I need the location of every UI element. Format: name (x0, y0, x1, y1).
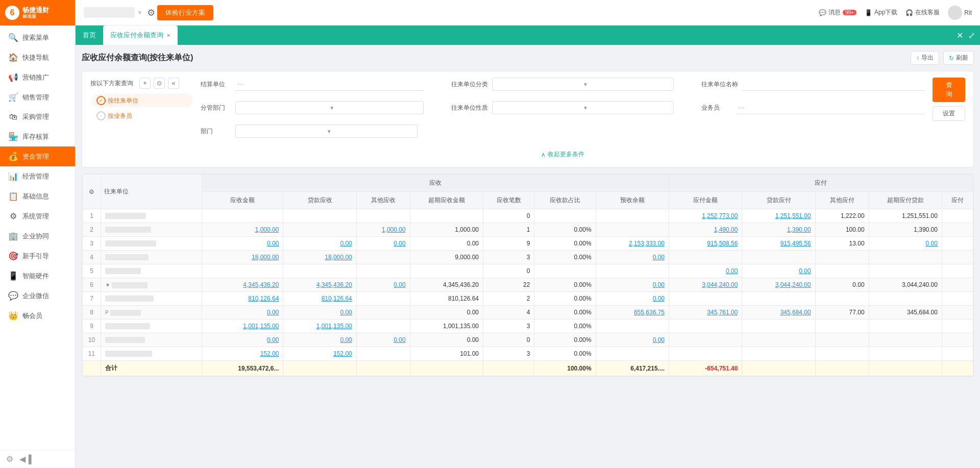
td-other-pay: 1,222.00 (815, 209, 869, 223)
settlement-input[interactable]: ··· (235, 78, 424, 91)
td-overdue-pay (869, 319, 942, 333)
tab-close-window-icon[interactable]: ✕ (957, 31, 963, 40)
tab-home[interactable]: 首页 (76, 26, 103, 45)
user-name: Rit (964, 9, 972, 16)
td-recv-ratio (534, 209, 596, 223)
sidebar-item-label: 库存核算 (22, 132, 49, 141)
header-right: 💬 消息 99+ 📱 App下载 🎧 在线客服 Rit (819, 6, 972, 20)
settings-footer-icon[interactable]: ⚙ (6, 454, 13, 464)
td-recv-ratio: 0.00% (534, 251, 596, 264)
promo-button[interactable]: 体验行业方案 (157, 5, 213, 20)
sidebar-item-enterprise[interactable]: 🏢 企业协同 (0, 226, 75, 246)
partner-name-field[interactable] (744, 81, 922, 88)
tab-arquery[interactable]: 应收应付余额查询 ✕ (103, 26, 178, 45)
td-other-pay: 13.00 (815, 237, 869, 251)
salesperson-input[interactable]: ··· (736, 101, 924, 114)
filter-scheme-by-salesperson[interactable]: ○ 按业务员 (92, 109, 192, 122)
filter-scheme-by-partner[interactable]: ✓ 按往来单位 (92, 94, 192, 107)
td-other-recv (356, 319, 410, 333)
td-pay (942, 209, 973, 223)
tfoot-loan-pay (742, 361, 815, 376)
collapse-filter-btn[interactable]: ∧ 收起更多条件 (541, 150, 584, 159)
sidebar-item-label: 企业微信 (22, 291, 49, 301)
td-seq: 4 (83, 251, 101, 264)
td-prepay-bal: 0.00 (596, 333, 669, 347)
app-download-item[interactable]: 📱 App下载 (865, 8, 897, 17)
salesperson-dots[interactable]: ··· (738, 104, 745, 111)
td-prepay-bal (596, 223, 669, 237)
td-pay-amt: 1,252,773.00 (669, 209, 742, 223)
sidebar-item-purchase[interactable]: 🛍 采购管理 (0, 107, 75, 127)
settlement-dots[interactable]: ··· (237, 81, 244, 88)
td-pay (942, 333, 973, 347)
filter-settings-btn[interactable]: ⊙ (154, 78, 165, 89)
td-partner (101, 209, 202, 223)
td-loan-pay (742, 333, 815, 347)
messages-item[interactable]: 💬 消息 99+ (819, 8, 856, 17)
td-pay (942, 278, 973, 292)
td-other-recv: 0.00 (356, 278, 410, 292)
th-pay-amt: 应付金额 (669, 192, 742, 209)
export-button[interactable]: ↑ 导出 (911, 51, 939, 65)
tfoot-overdue-recv (410, 361, 483, 376)
filter-collapse-btn[interactable]: « (168, 78, 179, 89)
sidebar-item-sales[interactable]: 🛒 销售管理 (0, 87, 75, 107)
user-profile[interactable]: Rit (948, 6, 972, 20)
online-service-item[interactable]: 🎧 在线客服 (905, 8, 940, 17)
td-recv-ratio: 0.00% (534, 292, 596, 306)
td-overdue-pay: 1,390.00 (869, 223, 942, 237)
partner-category-select[interactable]: ▼ (492, 78, 674, 91)
sidebar-item-hardware[interactable]: 📱 智能硬件 (0, 266, 75, 286)
sidebar-item-search[interactable]: 🔍 搜索菜单 (0, 28, 75, 47)
partner-nature-select[interactable]: ▼ (492, 101, 674, 114)
breadcrumb-text (84, 7, 135, 18)
sidebar-item-operations[interactable]: 📊 经营管理 (0, 166, 75, 186)
download-icon: 📱 (865, 9, 872, 16)
chevron-down-icon3: ▼ (583, 105, 669, 111)
filter-scheme-options: ✓ 按往来单位 ○ 按业务员 (90, 94, 192, 122)
sidebar-item-quicknav[interactable]: 🏠 快捷导航 (0, 47, 75, 67)
sidebar-item-marketing[interactable]: 📢 营销推广 (0, 67, 75, 87)
sidebar-item-baseinfo[interactable]: 📋 基础信息 (0, 186, 75, 206)
query-button[interactable]: 查询 (933, 78, 965, 102)
td-pay (942, 237, 973, 251)
sidebar-item-label: 资金管理 (22, 152, 49, 161)
filter-action-buttons: 查询 设置 (933, 78, 965, 161)
td-other-pay: 100.00 (815, 223, 869, 237)
sidebar-item-wechat[interactable]: 💬 企业微信 (0, 286, 75, 306)
sidebar-item-member[interactable]: 👑 畅会员 (0, 306, 75, 326)
sidebar-item-label: 采购管理 (22, 112, 49, 121)
sidebar-item-finance[interactable]: 💰 资金管理 (0, 146, 75, 166)
tfoot-label: 合计 (101, 361, 202, 376)
td-pay-amt (669, 251, 742, 264)
sidebar-item-inventory[interactable]: 🏪 库存核算 (0, 127, 75, 146)
settings-button[interactable]: 设置 (933, 106, 965, 121)
dept-manager-select[interactable]: ▼ (235, 101, 424, 114)
tab-close-icon[interactable]: ✕ (166, 33, 170, 38)
sidebar-item-system[interactable]: ⚙ 系统管理 (0, 206, 75, 226)
partner-name-input[interactable] (742, 78, 924, 91)
td-overdue-pay: 1,251,551.00 (869, 209, 942, 223)
table-row: 5 0 0.00 0.00 (83, 264, 973, 278)
td-overdue-recv (410, 209, 483, 223)
th-loan-recv: 贷款应收 (283, 192, 356, 209)
sidebar-item-label: 畅会员 (22, 311, 42, 321)
header-settings-icon[interactable]: ⚙ (147, 7, 155, 18)
refresh-button[interactable]: ↻ 刷新 (943, 51, 974, 65)
message-icon: 💬 (819, 9, 826, 16)
table-settings-icon[interactable]: ⚙ (86, 186, 97, 198)
td-other-recv (356, 251, 410, 264)
tab-maximize-icon[interactable]: ⤢ (968, 31, 975, 40)
member-icon: 👑 (8, 311, 18, 321)
dept-select[interactable]: ▼ (235, 125, 418, 138)
td-recv-amt (202, 264, 283, 278)
td-overdue-pay (869, 264, 942, 278)
collapse-sidebar-icon[interactable]: ◀▐ (19, 454, 31, 464)
filter-row-actions: ∧ 收起更多条件 (201, 148, 924, 161)
sidebar-footer: ⚙ ◀▐ (0, 450, 75, 468)
td-loan-recv: 0.00 (283, 333, 356, 347)
add-filter-btn[interactable]: + (139, 78, 151, 89)
filter-partner-category: 往来单位分类 ▼ (451, 78, 674, 91)
sidebar-item-guide[interactable]: 🎯 新手引导 (0, 246, 75, 266)
table-row: 3 0.00 0.00 0.00 0.00 9 0.00% 2,153,333.… (83, 237, 973, 251)
